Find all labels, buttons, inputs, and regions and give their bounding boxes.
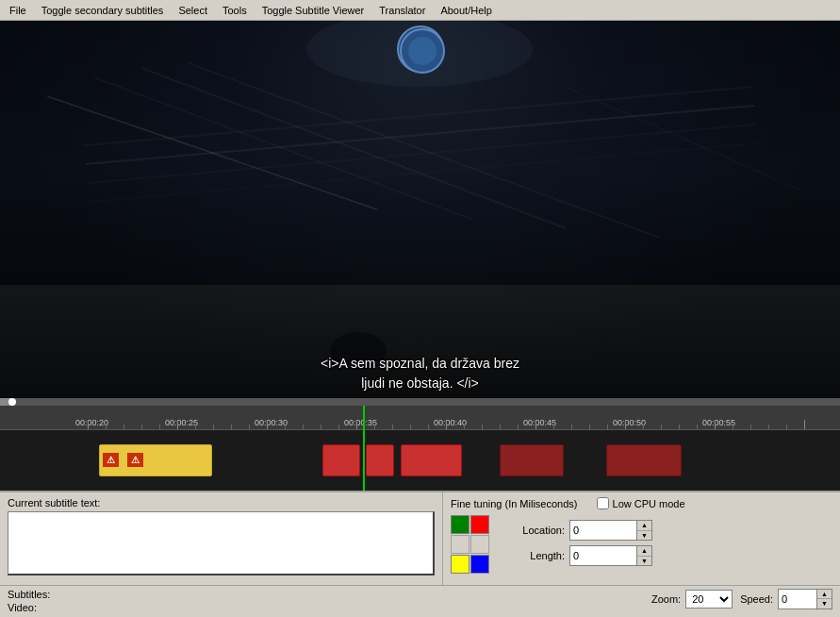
speed-row: Speed: ▲ ▼ — [740, 589, 832, 609]
subtitle-line2: ljudi ne obstaja. </i> — [0, 374, 840, 393]
timeline[interactable]: 00:00:20 00:00:25 00:00:30 00:00:35 00:0… — [0, 406, 840, 491]
time-label-40: 00:00:40 — [434, 418, 467, 427]
speed-up-btn[interactable]: ▲ — [817, 590, 832, 600]
subtitle-block-yellow[interactable]: ⚠ ⚠ — [99, 444, 212, 476]
time-label-55: 00:00:55 — [702, 418, 735, 427]
video-player[interactable]: <i>A sem spoznal, da država brez ljudi n… — [0, 21, 840, 398]
location-up-btn[interactable]: ▲ — [637, 521, 651, 531]
location-down-btn[interactable]: ▼ — [637, 531, 651, 541]
speed-down-btn[interactable]: ▼ — [817, 599, 832, 609]
speed-input-wrap: ▲ ▼ — [778, 589, 832, 609]
length-label: Length: — [513, 550, 565, 561]
svg-point-10 — [408, 37, 436, 65]
subtitle-block-red-3[interactable] — [401, 444, 462, 476]
menu-select[interactable]: Select — [171, 3, 215, 18]
playhead[interactable] — [363, 406, 365, 491]
subtitle-track[interactable]: ⚠ ⚠ — [0, 429, 840, 491]
swatch-empty-1[interactable] — [451, 535, 469, 554]
subtitle-block-red-2[interactable] — [366, 444, 394, 476]
zoom-select[interactable]: 10 15 20 25 30 — [685, 590, 733, 609]
location-row: Location: ▲ ▼ — [513, 520, 652, 541]
time-label-35: 00:00:35 — [344, 418, 377, 427]
length-row: Length: ▲ ▼ — [513, 545, 652, 566]
bottom-top-row: Current subtitle text: Fine tuning (In M… — [0, 492, 840, 586]
swatch-red[interactable] — [470, 515, 489, 534]
fine-tuning-section: Fine tuning (In Miliseconds) Low CPU mod… — [443, 492, 840, 585]
color-swatches — [451, 515, 489, 574]
video-logo — [397, 25, 444, 73]
menu-file[interactable]: File — [2, 3, 34, 18]
location-label: Location: — [513, 525, 565, 536]
location-length-controls: Location: ▲ ▼ Length: — [513, 520, 652, 566]
time-label-25: 00:00:25 — [165, 418, 198, 427]
fine-tuning-header: Fine tuning (In Miliseconds) Low CPU mod… — [451, 497, 832, 509]
speed-label: Speed: — [740, 593, 773, 605]
subtitles-label: Subtitles: — [8, 589, 50, 600]
timeline-ruler: 00:00:20 00:00:25 00:00:30 00:00:35 00:0… — [0, 406, 840, 429]
video-progress-bar[interactable] — [0, 398, 840, 406]
menu-toggle-secondary[interactable]: Toggle secondary subtitles — [34, 3, 172, 18]
swatch-green[interactable] — [451, 515, 469, 534]
status-right: Zoom: 10 15 20 25 30 Speed: ▲ ▼ — [651, 589, 832, 609]
subtitle-block-darkred-1[interactable] — [500, 444, 564, 476]
location-spinners: ▲ ▼ — [636, 521, 651, 540]
progress-thumb[interactable] — [8, 398, 16, 406]
low-cpu-option[interactable]: Low CPU mode — [597, 497, 685, 509]
zoom-label: Zoom: — [651, 593, 681, 605]
video-status: Video: — [8, 602, 50, 613]
bottom-panel: Current subtitle text: Fine tuning (In M… — [0, 491, 840, 617]
subtitle-section: Current subtitle text: — [0, 492, 443, 585]
fine-tuning-label: Fine tuning (In Miliseconds) — [451, 498, 578, 509]
subtitle-text-input[interactable] — [8, 511, 435, 575]
time-label-50: 00:00:50 — [613, 418, 646, 427]
swatch-yellow[interactable] — [451, 555, 469, 574]
subtitle-block-darkred-2[interactable] — [606, 444, 682, 476]
time-label-30: 00:00:30 — [255, 418, 288, 427]
subtitle-block-red-1[interactable] — [322, 444, 360, 476]
time-label-20: 00:00:20 — [75, 418, 108, 427]
status-bar: Subtitles: Video: Zoom: 10 15 20 25 30 — [0, 586, 840, 617]
subtitle-line1: <i>A sem spoznal, da država brez — [0, 354, 840, 374]
menu-tools[interactable]: Tools — [215, 3, 255, 18]
length-input[interactable] — [570, 546, 636, 565]
location-input[interactable] — [570, 521, 636, 540]
video-scene — [0, 21, 840, 398]
low-cpu-label: Low CPU mode — [613, 498, 685, 509]
menu-about[interactable]: About/Help — [433, 3, 499, 18]
warning-icon-2: ⚠ — [127, 453, 143, 467]
length-down-btn[interactable]: ▼ — [637, 557, 651, 566]
menu-translator[interactable]: Translator — [371, 3, 433, 18]
zoom-row: Zoom: 10 15 20 25 30 — [651, 590, 733, 609]
low-cpu-checkbox[interactable] — [597, 497, 609, 509]
speed-input[interactable] — [779, 590, 816, 609]
swatch-empty-2[interactable] — [470, 535, 489, 554]
menu-bar: File Toggle secondary subtitles Select T… — [0, 0, 840, 21]
status-left: Subtitles: Video: — [8, 589, 50, 613]
swatch-blue[interactable] — [470, 555, 489, 574]
length-spinners: ▲ ▼ — [636, 546, 651, 565]
video-label: Video: — [8, 602, 37, 613]
subtitles-status: Subtitles: — [8, 589, 50, 600]
warning-icon-1: ⚠ — [103, 453, 119, 467]
length-up-btn[interactable]: ▲ — [637, 546, 651, 557]
speed-spinners: ▲ ▼ — [816, 590, 832, 609]
subtitle-overlay: <i>A sem spoznal, da država brez ljudi n… — [0, 354, 840, 393]
location-input-wrap: ▲ ▼ — [569, 520, 652, 541]
subtitle-text-label: Current subtitle text: — [8, 497, 435, 509]
time-label-45: 00:00:45 — [523, 418, 556, 427]
length-input-wrap: ▲ ▼ — [569, 545, 652, 566]
menu-toggle-viewer[interactable]: Toggle Subtitle Viewer — [255, 3, 372, 18]
